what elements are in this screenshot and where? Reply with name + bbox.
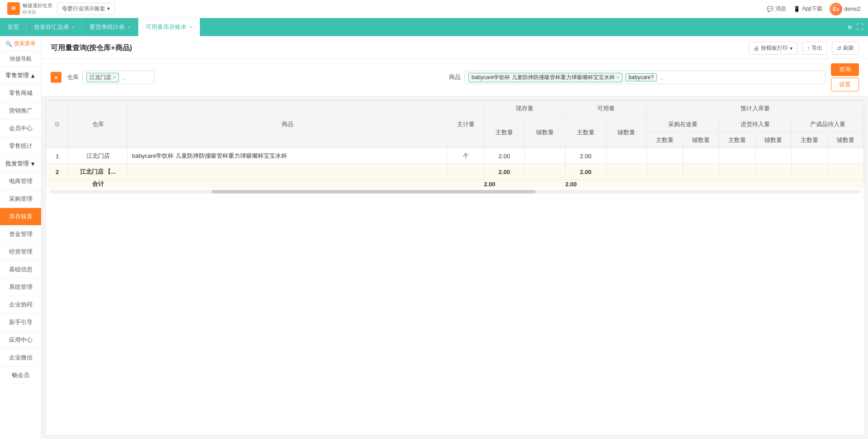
sidebar-caigou-label: 采购管理 [9,195,33,202]
th-prod-main-label: 主数量 [801,137,818,143]
sidebar-item-zijin[interactable]: 资金管理 [0,226,41,243]
row-seq: 1 [46,148,69,164]
row-avail-aux [606,148,647,164]
tab-close-all-button[interactable]: ✕ [847,23,853,32]
sidebar-item-diandian[interactable]: 电商管理 [0,173,41,190]
industry-selector[interactable]: 母婴行业演示账套 ▾ [57,3,115,15]
th-procurement-transit: 采购在途量 [647,117,719,132]
th-settings[interactable]: ⚙ [46,101,69,148]
filter-expand-button[interactable]: » [51,72,61,83]
sidebar-yingyong-label: 应用中心 [9,336,33,343]
product-filter-input[interactable]: babycare学饮杯 儿童防摔防撞吸管杯重力球吸嘴杯宝宝水杯 × babyca… [464,71,826,84]
sidebar-lingxiao-label: 零售管理 [5,71,29,80]
page-header: 可用量查询(按仓库+商品) 🖨 按模板打印 ▾ ↑ 导出 ↺ 刷新 [42,36,868,59]
chevron-down-icon: ▼ [30,160,36,167]
subtotal-avail-aux [606,164,647,180]
sidebar-quick-nav[interactable]: 快捷导航 [0,52,41,67]
chevron-down-icon: ▾ [790,45,793,52]
scrollbar-thumb [212,190,536,194]
warehouse-ellipsis: ... [122,74,127,81]
refresh-button[interactable]: ↺ 刷新 [832,42,859,55]
sidebar-item-lingxiao-stat[interactable]: 零售统计 [0,137,41,155]
query-button[interactable]: 查询 [831,63,859,76]
th-inbound-main: 主数量 [719,132,755,148]
export-button[interactable]: ↑ 导出 [802,42,827,55]
app-download-button[interactable]: 📱 App下载 [793,5,822,13]
filter-settings-button[interactable]: 设置 [831,78,859,91]
tab-shoufaaccount-close[interactable]: × [72,24,75,30]
product-filter-label: 商品 [449,73,461,81]
footer-inbound-main [719,180,755,189]
subtotal-row: 2 江北门店 【... 2.00 2.00 [46,164,864,180]
sidebar-item-yingxiao[interactable]: 营销推广 [0,102,41,120]
tab-yaohuodan-close[interactable]: × [127,24,130,30]
main-layout: 🔍 搜索菜单 快捷导航 零售管理 ▲ 零售商城 营销推广 会员中心 零售统计 批… [0,36,868,439]
subtotal-inbound-main [719,164,755,180]
table-row: 1 江北门店 babycare学饮杯 儿童防摔防撞吸管杯重力球吸嘴杯宝宝水杯 个… [46,148,864,164]
subtotal-avail-main: 2.00 [566,164,606,180]
tab-keyongku[interactable]: 可用量库存账本 × [138,18,200,36]
industry-label: 母婴行业演示账套 [62,5,105,13]
sidebar-xinshou-label: 新手引导 [9,319,33,326]
sidebar-item-huiyuan[interactable]: 会员中心 [0,120,41,137]
sidebar-item-qiye-weixin[interactable]: 企业微信 [0,349,41,367]
footer-product [127,180,448,189]
tab-shoufaaccount[interactable]: 收发存汇总表 × [27,18,82,36]
sidebar-item-qiye[interactable]: 企业协同 [0,296,41,314]
filter-area: » 仓库 江北门店 × ... 商品 babycare学饮杯 儿童防摔防撞吸管杯… [42,59,868,96]
row-unit: 个 [448,148,484,164]
export-label: 导出 [811,44,822,52]
sidebar-item-caigou[interactable]: 采购管理 [0,190,41,208]
th-planned-inbound-label: 预计入库量 [741,105,770,112]
refresh-label: 刷新 [843,44,854,52]
th-main-unit: 主计量 [448,101,484,148]
footer-unit [448,180,484,189]
msg-button[interactable]: 💬 消息 [767,5,786,13]
subtotal-warehouse: 江北门店 【... [69,164,127,180]
print-template-button[interactable]: 🖨 按模板打印 ▾ [749,42,797,55]
logo-line1: 畅捷通好生意 [23,2,52,9]
sidebar-zijin-label: 资金管理 [9,231,33,237]
tab-home[interactable]: 首页 [0,18,27,36]
row-inbound-main [719,148,755,164]
sidebar-item-pifa[interactable]: 批发管理 ▼ [0,155,41,173]
sidebar-item-xitong[interactable]: 系统管理 [0,279,41,296]
filter-actions: 查询 设置 [831,63,859,91]
product-tag-1-text: babycare学饮杯 儿童防摔防撞吸管杯重力球吸嘴杯宝宝水杯 [472,74,615,81]
msg-label: 消息 [775,5,786,13]
warehouse-tag-remove[interactable]: × [113,75,116,80]
th-prod-main: 主数量 [792,132,828,148]
product-tag-1-remove[interactable]: × [617,75,619,80]
footer-avail-aux [606,180,647,189]
horizontal-scrollbar[interactable] [49,190,860,194]
phone-icon: 📱 [793,6,800,12]
sidebar-item-xinshou[interactable]: 新手引导 [0,314,41,331]
sidebar-item-yingyong[interactable]: 应用中心 [0,331,41,349]
sidebar-item-changhui[interactable]: 畅会员 [0,367,41,384]
tab-yaohuodan[interactable]: 要货单统计表 × [82,18,138,36]
warehouse-filter-input[interactable]: 江北门店 × ... [82,71,155,84]
subtotal-unit [448,164,484,180]
warehouse-filter-group: 仓库 江北门店 × ... [67,71,443,84]
row-prod-main [792,148,828,164]
sidebar-item-jichu[interactable]: 基础信息 [0,261,41,279]
sidebar-item-jingying[interactable]: 经营管理 [0,243,41,261]
printer-icon: 🖨 [754,45,759,52]
tab-bar-actions: ✕ ⛶ [847,18,868,36]
tab-keyongku-close[interactable]: × [189,24,192,30]
sidebar-huiyuan-label: 会员中心 [9,125,33,132]
sidebar-jichu-label: 基础信息 [9,266,33,273]
logo-area: 好 畅捷通好生意 标准版 [7,2,52,15]
sidebar-item-kucun[interactable]: 库存核算 [0,208,41,226]
user-area[interactable]: Ea demo2 [830,3,861,15]
print-template-label: 按模板打印 [761,44,788,52]
product-tag-2: babycare? [625,73,657,81]
sidebar-search-button[interactable]: 🔍 搜索菜单 [0,36,41,52]
th-stock-aux: 辅数量 [525,117,566,148]
sidebar-item-lingxiao[interactable]: 零售管理 ▲ [0,67,41,85]
tab-fullscreen-button[interactable]: ⛶ [856,23,863,31]
message-icon: 💬 [767,6,774,12]
content-area: 可用量查询(按仓库+商品) 🖨 按模板打印 ▾ ↑ 导出 ↺ 刷新 » [42,36,868,439]
sidebar-item-lingxiao-mall[interactable]: 零售商城 [0,85,41,102]
row-prod-aux [828,148,864,164]
